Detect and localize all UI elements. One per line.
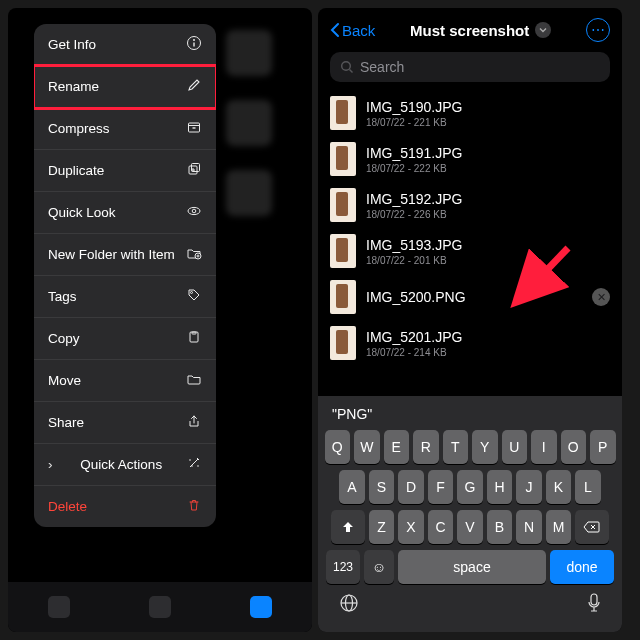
menu-label: Duplicate [48, 163, 104, 178]
page-title[interactable]: Must screenshot [410, 22, 551, 39]
key-i[interactable]: I [531, 430, 557, 464]
file-meta: 18/07/22 - 221 KB [366, 117, 463, 128]
phone-right: Back Must screenshot ⋯ Search IMG_5190.J… [318, 8, 622, 632]
wand-icon [186, 455, 202, 474]
file-list: IMG_5190.JPG 18/07/22 - 221 KB IMG_5191.… [318, 90, 622, 366]
svg-point-9 [188, 207, 200, 214]
mic-icon[interactable] [586, 592, 602, 614]
key-done[interactable]: done [550, 550, 614, 584]
svg-point-18 [342, 62, 351, 71]
menu-share[interactable]: Share [34, 402, 216, 444]
key-v[interactable]: V [457, 510, 483, 544]
file-thumbnail [330, 280, 356, 314]
file-meta: 18/07/22 - 226 KB [366, 209, 463, 220]
key-x[interactable]: X [398, 510, 424, 544]
key-s[interactable]: S [369, 470, 395, 504]
archive-icon [186, 119, 202, 138]
keyboard-suggestion[interactable]: "PNG" [322, 402, 618, 430]
back-button[interactable]: Back [330, 22, 375, 39]
svg-point-16 [197, 465, 199, 467]
file-name: IMG_5192.JPG [366, 191, 463, 207]
menu-duplicate[interactable]: Duplicate [34, 150, 216, 192]
menu-label: Move [48, 373, 81, 388]
search-placeholder: Search [360, 59, 404, 75]
key-o[interactable]: O [561, 430, 587, 464]
file-meta: 18/07/22 - 214 KB [366, 347, 463, 358]
menu-label: Rename [48, 79, 99, 94]
svg-rect-14 [192, 332, 196, 334]
key-space[interactable]: space [398, 550, 546, 584]
file-row[interactable]: IMG_5193.JPG 18/07/22 - 201 KB [330, 228, 610, 274]
svg-rect-25 [591, 594, 597, 605]
svg-point-1 [193, 39, 195, 41]
tag-icon [186, 287, 202, 306]
menu-compress[interactable]: Compress [34, 108, 216, 150]
file-row[interactable]: IMG_5191.JPG 18/07/22 - 222 KB [330, 136, 610, 182]
key-r[interactable]: R [413, 430, 439, 464]
file-name: IMG_5193.JPG [366, 237, 463, 253]
globe-icon[interactable] [338, 592, 360, 614]
file-meta: 18/07/22 - 201 KB [366, 255, 463, 266]
key-g[interactable]: G [457, 470, 483, 504]
chevron-right-icon: › [48, 457, 53, 472]
key-shift[interactable] [331, 510, 365, 544]
key-a[interactable]: A [339, 470, 365, 504]
key-q[interactable]: Q [325, 430, 351, 464]
pencil-icon [186, 77, 202, 96]
key-backspace[interactable] [575, 510, 609, 544]
menu-copy[interactable]: Copy [34, 318, 216, 360]
menu-rename[interactable]: Rename [34, 66, 216, 108]
key-u[interactable]: U [502, 430, 528, 464]
tab-bar [8, 582, 312, 632]
folder-icon [186, 371, 202, 390]
key-c[interactable]: C [428, 510, 454, 544]
file-row[interactable]: IMG_5192.JPG 18/07/22 - 226 KB [330, 182, 610, 228]
menu-label: Tags [48, 289, 77, 304]
menu-quick-look[interactable]: Quick Look [34, 192, 216, 234]
copy-icon [186, 329, 202, 348]
trash-icon [186, 497, 202, 516]
file-name: IMG_5200.PNG [366, 289, 466, 305]
clear-text-button[interactable]: ✕ [592, 288, 610, 306]
menu-move[interactable]: Move [34, 360, 216, 402]
menu-quick-actions[interactable]: ›Quick Actions [34, 444, 216, 486]
key-l[interactable]: L [575, 470, 601, 504]
file-name: IMG_5190.JPG [366, 99, 463, 115]
key-k[interactable]: K [546, 470, 572, 504]
key-p[interactable]: P [590, 430, 616, 464]
menu-label: New Folder with Item [48, 247, 175, 262]
key-h[interactable]: H [487, 470, 513, 504]
key-w[interactable]: W [354, 430, 380, 464]
file-row[interactable]: IMG_5200.PNG ✕ [330, 274, 610, 320]
menu-delete[interactable]: Delete [34, 486, 216, 527]
file-thumbnail [330, 188, 356, 222]
key-t[interactable]: T [443, 430, 469, 464]
menu-get-info[interactable]: Get Info [34, 24, 216, 66]
key-z[interactable]: Z [369, 510, 395, 544]
svg-line-19 [350, 70, 353, 73]
key-f[interactable]: F [428, 470, 454, 504]
menu-new-folder-with-item[interactable]: New Folder with Item [34, 234, 216, 276]
info-icon [186, 35, 202, 54]
key-j[interactable]: J [516, 470, 542, 504]
key-m[interactable]: M [546, 510, 572, 544]
folder-plus-icon [186, 245, 202, 264]
more-button[interactable]: ⋯ [586, 18, 610, 42]
back-label: Back [342, 22, 375, 39]
key-y[interactable]: Y [472, 430, 498, 464]
key-b[interactable]: B [487, 510, 513, 544]
key-d[interactable]: D [398, 470, 424, 504]
menu-tags[interactable]: Tags [34, 276, 216, 318]
search-icon [340, 60, 354, 74]
context-menu: Get InfoRenameCompressDuplicateQuick Loo… [34, 24, 216, 527]
key-emoji[interactable]: ☺ [364, 550, 394, 584]
search-input[interactable]: Search [330, 52, 610, 82]
file-row[interactable]: IMG_5201.JPG 18/07/22 - 214 KB [330, 320, 610, 366]
key-123[interactable]: 123 [326, 550, 360, 584]
menu-label: Share [48, 415, 84, 430]
file-row[interactable]: IMG_5190.JPG 18/07/22 - 221 KB [330, 90, 610, 136]
key-e[interactable]: E [384, 430, 410, 464]
key-n[interactable]: N [516, 510, 542, 544]
menu-label: Delete [48, 499, 87, 514]
svg-point-12 [191, 292, 193, 294]
